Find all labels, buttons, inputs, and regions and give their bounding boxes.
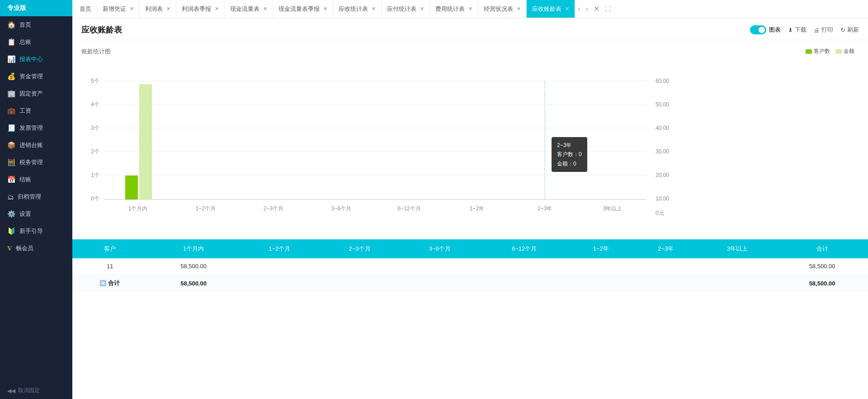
sidebar-item-archive[interactable]: 🗂 归档管理 [0,188,72,205]
tab-profit-close[interactable]: ✕ [166,6,170,12]
footer-m2 [240,275,320,292]
ledger-icon: 📋 [7,38,16,46]
th-customer: 客户 [72,239,148,258]
sidebar-item-new-guide[interactable]: 🔰 新手引导 [0,223,72,240]
svg-text:1~2年: 1~2年 [470,205,484,212]
tab-cash-flow[interactable]: 现金流量表 ✕ [225,0,273,18]
tab-nav-next[interactable]: › [583,5,590,13]
tab-home[interactable]: 首页 [74,0,97,18]
tab-expense-stat-label: 费用统计表 [435,5,465,13]
sidebar-item-report-center[interactable]: 📊 报表中心 [0,51,72,68]
tab-receivable-stat-label: 应收统计表 [339,5,368,13]
sidebar-item-general-ledger[interactable]: 📋 总账 [0,33,72,51]
tab-receivable-aging-close[interactable]: ✕ [565,6,569,12]
cell-total: 58,500.00 [776,258,868,275]
svg-text:60,000.00元: 60,000.00元 [656,78,669,84]
tab-nav-prev[interactable]: ‹ [575,5,583,13]
tab-payable-stat-label: 应付统计表 [387,5,416,13]
tab-new-voucher[interactable]: 新增凭证 ✕ [97,0,140,18]
legend-customer-count-dot [806,49,812,54]
header-actions: 图表 ⬇ 下载 🖨 打印 ↻ 刷新 [750,25,859,34]
download-button[interactable]: ⬇ 下载 [788,26,807,34]
svg-text:30,000.00元: 30,000.00元 [656,148,669,155]
tab-business-status-close[interactable]: ✕ [517,6,521,12]
tab-cash-flow-quarterly[interactable]: 现金流量表季报 ✕ [273,0,333,18]
cell-m6 [400,258,480,275]
home-icon: 🏠 [7,21,16,29]
footer-total: 58,500.00 [776,275,868,292]
chart-toggle-wrap: 图表 [750,25,781,34]
settings-icon: ⚙️ [7,210,16,218]
tab-expense-stat-close[interactable]: ✕ [468,6,472,12]
chart-svg-wrap: 5个 4个 3个 2个 1个 0个 60,000.00元 50,000.00元 … [81,60,859,232]
svg-text:10,000.00元: 10,000.00元 [656,195,669,202]
sidebar-label-sales-ledger: 进销台账 [19,141,43,149]
sidebar-item-sales-ledger[interactable]: 📦 进销台账 [0,137,72,154]
tab-business-status-label: 经营状况表 [484,5,513,13]
svg-text:2~3个月: 2~3个月 [264,205,283,212]
sidebar-item-fixed-assets[interactable]: 🏢 固定资产 [0,85,72,102]
print-label: 打印 [821,26,833,34]
footer-y2 [569,275,633,292]
tab-receivable-aging-label: 应收账龄表 [532,5,561,13]
tab-profit-quarterly[interactable]: 利润表季报 ✕ [176,0,225,18]
tab-receivable-stat-close[interactable]: ✕ [372,6,376,12]
refresh-button[interactable]: ↻ 刷新 [840,26,859,34]
cell-y3 [633,258,698,275]
tab-profit-quarterly-label: 利润表季报 [182,5,211,13]
tab-receivable-aging[interactable]: 应收账龄表 ✕ [527,0,575,18]
tab-nav-expand[interactable]: ⛶ [602,5,613,12]
chart-svg: 5个 4个 3个 2个 1个 0个 60,000.00元 50,000.00元 … [81,60,669,232]
sidebar-item-payroll[interactable]: 💼 工资 [0,102,72,119]
bar-customers-1 [125,176,138,200]
sidebar-item-settings[interactable]: ⚙️ 设置 [0,205,72,223]
svg-text:1个: 1个 [91,172,99,178]
sidebar-label-new-guide: 新手引导 [19,227,43,235]
sidebar-item-period-end[interactable]: 📅 结账 [0,171,72,188]
sidebar-item-tax-management[interactable]: 🧮 税务管理 [0,154,72,171]
sidebar-label-vip: 畅会员 [16,244,33,252]
tab-payable-stat-close[interactable]: ✕ [420,6,424,12]
svg-text:2个: 2个 [91,148,99,155]
sidebar-label-archive: 归档管理 [18,193,41,201]
tab-nav-close-all[interactable]: ✕ [591,5,602,13]
collapse-sidebar-button[interactable]: ◀◀ 取消固定 [0,382,72,399]
tab-cash-flow-close[interactable]: ✕ [263,6,267,12]
cell-m2 [240,258,320,275]
print-button[interactable]: 🖨 打印 [814,26,833,34]
tab-profit-quarterly-close[interactable]: ✕ [215,6,219,12]
table-header-row: 客户 1个月内 1~2个月 2~3个月 3~6个月 6~12个月 1~2年 2~… [72,239,868,258]
th-y3: 2~3年 [633,239,698,258]
svg-text:3个: 3个 [91,125,99,131]
bar-amount-1 [139,84,152,200]
th-m1: 1个月内 [148,239,240,258]
sidebar-item-vip[interactable]: V 畅会员 [0,240,72,257]
th-m2: 1~2个月 [240,239,320,258]
data-table: 客户 1个月内 1~2个月 2~3个月 3~6个月 6~12个月 1~2年 2~… [72,239,868,292]
app-logo: 专业版 [0,0,72,16]
tab-expense-stat[interactable]: 费用统计表 ✕ [430,0,478,18]
refresh-label: 刷新 [847,26,859,34]
chart-toggle[interactable] [750,25,766,34]
sidebar-label-fixed-assets: 固定资产 [19,90,43,98]
chart-legend: 客户数 金额 [806,48,854,55]
report-icon: 📊 [7,55,16,63]
tab-profit-label: 利润表 [145,5,163,13]
svg-text:1个月内: 1个月内 [128,205,148,212]
tab-cash-flow-quarterly-close[interactable]: ✕ [323,6,327,12]
main-area: 首页 新增凭证 ✕ 利润表 ✕ 利润表季报 ✕ 现金流量表 ✕ 现金流量表季报 … [72,0,868,399]
tab-receivable-stat[interactable]: 应收统计表 ✕ [333,0,382,18]
sidebar-item-home[interactable]: 🏠 首页 [0,16,72,33]
sidebar-item-invoice-management[interactable]: 🧾 发票管理 [0,119,72,137]
tab-profit[interactable]: 利润表 ✕ [140,0,176,18]
svg-text:40,000.00元: 40,000.00元 [656,125,669,131]
footer-m6 [400,275,480,292]
tab-payable-stat[interactable]: 应付统计表 ✕ [382,0,430,18]
svg-text:0元: 0元 [656,210,664,216]
page-title: 应收账龄表 [81,24,122,35]
sidebar-item-fund-management[interactable]: 💰 资金管理 [0,68,72,85]
tab-new-voucher-close[interactable]: ✕ [130,6,134,12]
tab-business-status[interactable]: 经营状况表 ✕ [478,0,527,18]
fixed-assets-icon: 🏢 [7,90,16,98]
collapse-label: 取消固定 [18,387,40,394]
